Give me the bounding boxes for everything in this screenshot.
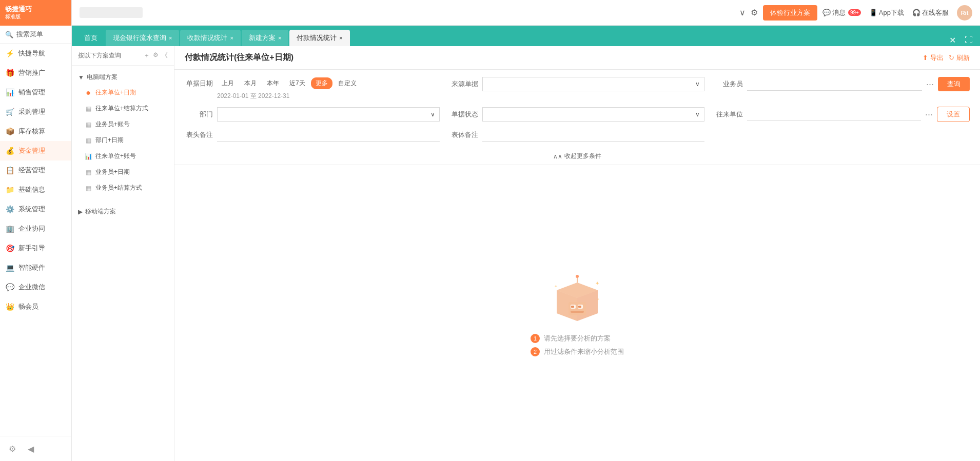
date-this-year-btn[interactable]: 本年	[262, 77, 284, 90]
query-btn[interactable]: 查询	[938, 77, 970, 91]
sidebar-item-purchase[interactable]: 🛒 采购管理	[0, 102, 71, 122]
tab-new-plan[interactable]: 新建方案 ×	[242, 30, 288, 46]
table-body-note-input[interactable]	[482, 128, 705, 142]
enterprise-icon: 🏢	[5, 224, 14, 233]
topbar-dropdown-icon[interactable]: ∨	[739, 8, 746, 17]
partner-more-btn[interactable]: ···	[925, 110, 933, 119]
add-plan-icon[interactable]: ＋	[144, 51, 150, 60]
doc-status-label: 单据状态	[450, 110, 478, 119]
messages-btn[interactable]: 💬 消息 99+	[822, 8, 861, 17]
date-last-month-btn[interactable]: 上月	[217, 77, 239, 90]
svg-rect-4	[569, 302, 586, 315]
app-download-btn[interactable]: 📱 App下载	[869, 8, 904, 17]
sidebar-item-operations[interactable]: 📋 经营管理	[0, 161, 71, 180]
wechat-icon: 💬	[5, 283, 14, 292]
sidebar-item-basic-info[interactable]: 📁 基础信息	[0, 180, 71, 199]
plan-icon-3: ▦	[84, 136, 92, 145]
plan-icon-4: 📊	[84, 152, 92, 161]
partner-input[interactable]	[747, 108, 921, 121]
topbar-right: 💬 消息 99+ 📱 App下载 🎧 在线客服 Rit	[822, 5, 972, 21]
tab-payment-stats-close[interactable]: ×	[339, 35, 342, 41]
trial-btn[interactable]: 体验行业方案	[763, 5, 817, 21]
sidebar-item-sales[interactable]: 📊 销售管理	[0, 83, 71, 102]
date-more-btn[interactable]: 更多	[311, 77, 332, 89]
plan-dept-date[interactable]: ▦ 部门+日期	[72, 132, 174, 148]
date-custom-btn[interactable]: 自定义	[334, 77, 361, 90]
plan-unit-account[interactable]: 📊 往来单位+账号	[72, 148, 174, 164]
pc-section-title[interactable]: ▼ 电脑端方案	[72, 70, 174, 85]
table-header-note-input[interactable]	[217, 128, 440, 142]
quick-nav-icon: ⚡	[5, 49, 14, 58]
settings-bottom-icon[interactable]: ⚙	[5, 442, 19, 456]
sidebar-item-quick-nav[interactable]: ⚡ 快捷导航	[0, 44, 71, 63]
sidebar-item-label: 畅会员	[18, 302, 38, 311]
sidebar-item-system[interactable]: ⚙️ 系统管理	[0, 199, 71, 219]
sidebar-item-finance[interactable]: 💰 资金管理	[0, 141, 71, 161]
pc-plans-section: ▼ 电脑端方案 ● 往来单位+日期 ▦ 往来单位+结算方式 ▦ 业务员+账号 ▦	[72, 66, 174, 200]
staff-more-btn[interactable]: ···	[926, 79, 934, 89]
sidebar-item-inventory[interactable]: 📦 库存核算	[0, 122, 71, 141]
plan-staff-date[interactable]: ▦ 业务员+日期	[72, 164, 174, 180]
plan-staff-settlement[interactable]: ▦ 业务员+结算方式	[72, 180, 174, 196]
sidebar-item-label: 企业微信	[18, 283, 45, 292]
source-dropdown[interactable]: ∨	[482, 77, 705, 91]
table-header-note-label: 表头备注	[185, 130, 213, 139]
sidebar-item-vip[interactable]: 👑 畅会员	[0, 297, 71, 316]
tab-cash-flow-label: 现金银行流水查询	[113, 33, 166, 43]
sidebar-item-label: 智能硬件	[18, 263, 45, 272]
plan-unit-date-label: 往来单位+日期	[95, 88, 136, 97]
staff-input[interactable]	[747, 77, 922, 91]
collapse-sidebar-icon[interactable]: ◀	[24, 442, 38, 456]
left-panel-icons: ＋ ⚙ 《	[144, 51, 168, 60]
operations-icon: 📋	[5, 166, 14, 175]
sidebar-item-guide[interactable]: 🎯 新手引导	[0, 238, 71, 258]
doc-status-dropdown[interactable]: ∨	[482, 107, 705, 122]
table-body-note-label: 表体备注	[450, 130, 478, 139]
sidebar-item-marketing[interactable]: 🎁 营销推广	[0, 63, 71, 83]
svg-text:✦: ✦	[554, 284, 558, 289]
tab-home[interactable]: 首页	[77, 30, 105, 46]
avatar[interactable]: Rit	[957, 5, 972, 21]
expand-tabs-btn[interactable]: ⛶	[963, 34, 975, 46]
export-label: 导出	[930, 53, 944, 63]
mobile-section-title[interactable]: ▶ 移动端方案	[72, 204, 174, 219]
mobile-icon: 📱	[869, 9, 877, 16]
topbar-breadcrumb	[80, 7, 734, 18]
collapse-bar[interactable]: ∧∧ 收起更多条件	[174, 148, 980, 165]
search-menu[interactable]: 🔍 搜索菜单	[0, 26, 71, 44]
tabs-right-actions: ✕ ⛶	[946, 34, 975, 46]
svg-text:✦: ✦	[597, 297, 600, 301]
tab-cash-flow[interactable]: 现金银行流水查询 ×	[106, 30, 179, 46]
date-7days-btn[interactable]: 近7天	[285, 77, 310, 90]
sidebar-item-wechat[interactable]: 💬 企业微信	[0, 277, 71, 297]
tab-receivables-close[interactable]: ×	[230, 35, 233, 41]
settings-btn[interactable]: 设置	[937, 107, 970, 122]
sidebar-item-hardware[interactable]: 💻 智能硬件	[0, 258, 71, 277]
settings-plan-icon[interactable]: ⚙	[153, 51, 159, 60]
svg-rect-7	[571, 306, 574, 308]
svg-text:✦: ✦	[595, 280, 599, 286]
date-range-display: 2022-01-01 至 2022-12-31	[217, 92, 361, 101]
sidebar-item-enterprise[interactable]: 🏢 企业协同	[0, 219, 71, 238]
dept-dropdown[interactable]: ∨	[217, 107, 440, 122]
tab-receivables[interactable]: 收款情况统计 ×	[180, 30, 240, 46]
export-btn[interactable]: ⬆ 导出	[923, 53, 944, 63]
breadcrumb-path	[80, 7, 143, 18]
plan-unit-date[interactable]: ● 往来单位+日期	[72, 85, 174, 101]
topbar-gear-icon[interactable]: ⚙	[751, 8, 758, 17]
online-service-btn[interactable]: 🎧 在线客服	[912, 8, 949, 17]
page-title: 付款情况统计(往来单位+日期)	[185, 52, 293, 63]
empty-state: ✦ ✦ ✦ 1 请先选择要分析的方案 2 用过滤条件来缩小分析范围	[174, 165, 980, 461]
date-this-month-btn[interactable]: 本月	[240, 77, 261, 90]
collapse-panel-icon[interactable]: 《	[162, 51, 168, 60]
tab-cash-flow-close[interactable]: ×	[169, 35, 172, 41]
sidebar-item-label: 采购管理	[18, 107, 45, 116]
tab-new-plan-close[interactable]: ×	[278, 35, 281, 41]
refresh-btn[interactable]: ↻ 刷新	[949, 53, 970, 63]
messages-label: 消息	[832, 8, 846, 17]
close-all-tabs-btn[interactable]: ✕	[946, 34, 958, 46]
tip-num-1: 1	[531, 334, 540, 343]
tab-payment-stats[interactable]: 付款情况统计 ×	[289, 30, 349, 46]
plan-unit-settlement[interactable]: ▦ 往来单位+结算方式	[72, 101, 174, 116]
plan-staff-account[interactable]: ▦ 业务员+账号	[72, 116, 174, 132]
